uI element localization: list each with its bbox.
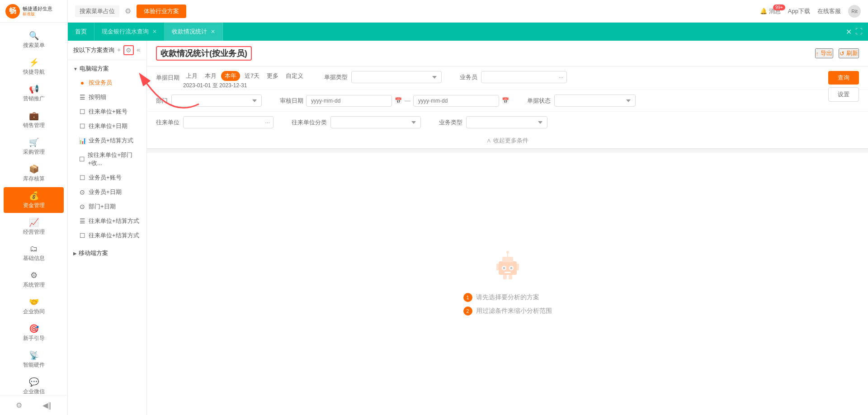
doc-status-label: 单据状态 [527, 97, 551, 105]
sidebar-item-inventory[interactable]: 📦库存核算 [4, 160, 64, 186]
collapse-filter-bar[interactable]: ∧ 收起更多条件 [147, 133, 868, 149]
collapse-sidebar-icon[interactable]: ◀‖ [42, 401, 52, 410]
scheme-item-10[interactable]: ☐往来单位+结算方式 [68, 228, 146, 243]
scheme-group-desktop: ▼ 电脑端方案 ●按业务员☰按明细☐往来单位+账号☐往来单位+日期📊业务员+结算… [68, 60, 146, 245]
sidebar-item-finance[interactable]: 💰资金管理 [4, 187, 64, 213]
sales-icon: 💼 [29, 111, 39, 121]
scheme-item-7[interactable]: ⊙业务员+日期 [68, 185, 146, 199]
sidebar-item-label-newcomer: 新手引导 [23, 335, 45, 342]
sidebar-item-corp-collab[interactable]: 🤝企业协同 [4, 293, 64, 319]
tab-receipt-stat[interactable]: 收款情况统计 ✕ [165, 23, 223, 41]
sidebar-item-label-corp-wechat: 企业微信 [23, 388, 45, 395]
tab-close-window-icon[interactable]: ✕ [846, 28, 852, 36]
tab-home[interactable]: 首页 [68, 23, 94, 41]
svg-rect-9 [503, 275, 507, 279]
counterpart-cat-select[interactable] [330, 116, 421, 128]
left-panel-header: 按以下方案查询 + ⚙ « [68, 41, 146, 60]
app-download-link[interactable]: App下载 [788, 7, 810, 15]
scheme-label-8: 部门+日期 [89, 203, 116, 211]
scheme-item-4[interactable]: 📊业务员+结算方式 [68, 133, 146, 148]
user-avatar[interactable]: Rit [848, 5, 861, 18]
group-label: 电脑端方案 [80, 65, 109, 73]
scheme-group-desktop-header[interactable]: ▼ 电脑端方案 [68, 62, 146, 75]
step-1-text: 请先选择要分析的方案 [476, 293, 539, 302]
cal-icon-1[interactable]: 📅 [395, 97, 402, 104]
query-button[interactable]: 查询 [828, 71, 859, 85]
scheme-item-0[interactable]: ●按业务员 [68, 75, 146, 90]
scheme-item-3[interactable]: ☐往来单位+日期 [68, 119, 146, 133]
tab-bank-flow[interactable]: 现金银行流水查询 ✕ [94, 23, 165, 41]
scheme-item-6[interactable]: ☐业务员+账号 [68, 170, 146, 185]
sidebar-item-operations[interactable]: 📈经营管理 [4, 214, 64, 240]
sidebar-item-basic-info[interactable]: 🗂基础信息 [4, 241, 64, 266]
doc-status-select[interactable] [554, 94, 636, 107]
search-icon: 🔍 [29, 31, 39, 41]
tab-controls: ✕ ⛶ [840, 28, 868, 36]
date-last-7-days[interactable]: 近7天 [242, 71, 262, 81]
review-date-start[interactable] [306, 95, 392, 107]
header-gear-icon[interactable]: ⚙ [125, 7, 131, 15]
tab-receipt-stat-close[interactable]: ✕ [211, 28, 215, 35]
scheme-item-9[interactable]: ☰往来单位+结算方式 [68, 214, 146, 228]
salesman-dots-icon[interactable]: ··· [558, 74, 563, 80]
scheme-icon-6: ☐ [79, 174, 86, 181]
biz-type-select[interactable] [466, 116, 547, 128]
scheme-item-1[interactable]: ☰按明细 [68, 90, 146, 104]
doc-type-select[interactable] [351, 71, 442, 83]
scheme-icon-1: ☰ [79, 94, 86, 101]
sidebar-item-newcomer[interactable]: 🎯新手引导 [4, 320, 64, 346]
sidebar-item-label-purchase: 采购管理 [23, 148, 45, 156]
collapse-panel-button[interactable]: « [136, 45, 141, 55]
export-icon: ↑ [816, 50, 819, 57]
date-label: 单据日期 [156, 71, 179, 82]
export-button[interactable]: ↑ 导出 [815, 48, 834, 58]
dept-select[interactable] [171, 94, 262, 107]
sidebar-item-search[interactable]: 🔍搜索菜单 [4, 27, 64, 53]
salesman-input[interactable] [481, 71, 567, 83]
add-scheme-button[interactable]: + [116, 45, 122, 55]
svg-rect-10 [509, 275, 512, 279]
collapse-filter-btn[interactable]: ∧ 收起更多条件 [486, 137, 528, 144]
settings-button[interactable]: 设置 [828, 87, 859, 102]
message-badge[interactable]: 🔔 消息 99+ [760, 7, 781, 15]
sidebar-item-quick-nav[interactable]: ⚡快捷导航 [4, 54, 64, 80]
cal-icon-2[interactable]: 📅 [502, 97, 509, 104]
query-buttons: 查询 设置 [828, 71, 859, 102]
refresh-button[interactable]: ↺ 刷新 [839, 48, 859, 58]
trial-industry-button[interactable]: 体验行业方案 [137, 5, 186, 18]
sidebar-item-sales[interactable]: 💼销售管理 [4, 107, 64, 133]
scheme-icon-10: ☐ [79, 232, 86, 239]
sidebar-item-smart-hw[interactable]: 📡智能硬件 [4, 347, 64, 373]
scheme-item-8[interactable]: ⊙部门+日期 [68, 199, 146, 214]
sidebar-nav: 🔍搜索菜单⚡快捷导航📢营销推广💼销售管理🛒采购管理📦库存核算💰资金管理📈经营管理… [0, 23, 67, 395]
date-custom[interactable]: 自定义 [283, 71, 306, 81]
scheme-settings-button[interactable]: ⚙ [123, 45, 134, 55]
settings-bottom-icon[interactable]: ⚙ [16, 401, 22, 410]
online-service-link[interactable]: 在线客服 [817, 7, 841, 15]
purchase-icon: 🛒 [29, 137, 39, 147]
step-1-num: 1 [463, 293, 472, 302]
svg-rect-8 [517, 264, 519, 270]
salesman-label: 业务员 [460, 73, 477, 81]
date-more[interactable]: 更多 [264, 71, 281, 81]
logo-area: 畅 畅捷通好生意 标准版 [0, 0, 67, 23]
scheme-group-mobile-header[interactable]: ▶ 移动端方案 [68, 246, 146, 260]
scheme-item-5[interactable]: ☐按往来单位+部门+收... [68, 148, 146, 170]
sidebar-item-label-marketing: 营销推广 [23, 95, 45, 103]
counterpart-input[interactable] [183, 116, 274, 128]
sidebar-item-system[interactable]: ⚙系统管理 [4, 267, 64, 292]
date-last-month[interactable]: 上月 [183, 71, 200, 81]
scheme-item-2[interactable]: ☐往来单位+账号 [68, 104, 146, 119]
top-header-right: 🔔 消息 99+ App下载 在线客服 Rit [760, 5, 861, 18]
sidebar-item-purchase[interactable]: 🛒采购管理 [4, 134, 64, 160]
review-date-end[interactable] [413, 95, 499, 107]
sidebar-item-corp-wechat[interactable]: 💬企业微信 [4, 373, 64, 395]
group-mobile-label: 移动端方案 [79, 249, 108, 257]
sidebar-item-marketing[interactable]: 📢营销推广 [4, 80, 64, 106]
tab-bank-flow-close[interactable]: ✕ [152, 28, 157, 35]
scheme-label-7: 业务员+日期 [89, 188, 122, 196]
tab-maximize-icon[interactable]: ⛶ [855, 28, 863, 36]
date-this-year[interactable]: 本年 [221, 71, 240, 81]
date-this-month[interactable]: 本月 [202, 71, 219, 81]
counterpart-dots-icon[interactable]: ··· [265, 119, 270, 126]
